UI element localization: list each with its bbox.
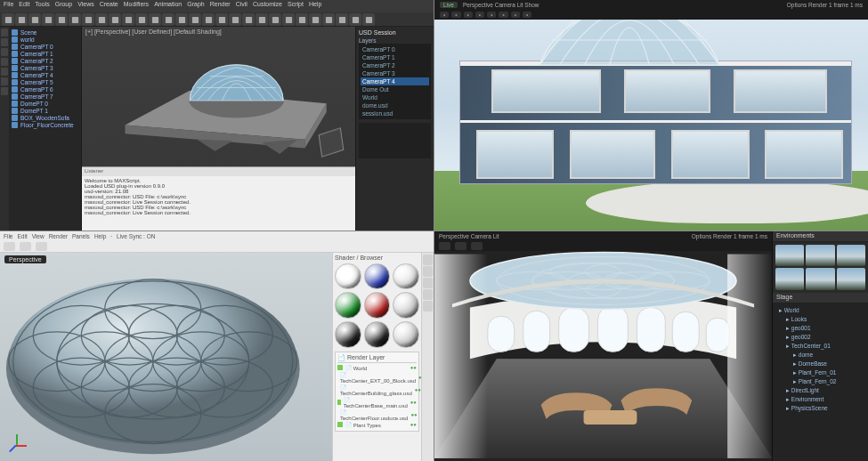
menu-item[interactable]: Script	[288, 1, 304, 12]
layer-row[interactable]: 📄 World●●	[337, 365, 417, 371]
env-thumb[interactable]	[806, 268, 834, 290]
tree-node[interactable]: ▸ Plant_Fern_02	[775, 377, 865, 386]
outliner-item[interactable]: CameraPT 3	[12, 65, 78, 71]
outliner-item[interactable]: world	[12, 36, 78, 43]
menu-item[interactable]: Views	[77, 1, 94, 12]
viewport-3d[interactable]	[82, 27, 355, 166]
toolbar-button[interactable]	[175, 13, 188, 26]
tree-node[interactable]: ▸ PhysicsScene	[775, 404, 865, 413]
layer-item[interactable]: CameraPT 1	[361, 53, 429, 61]
layer-item[interactable]: session.usd	[361, 109, 429, 117]
outliner-item[interactable]: CameraPT 6	[12, 86, 78, 93]
tool-button[interactable]	[423, 255, 433, 265]
material-swatch[interactable]	[364, 321, 391, 348]
toolbar-button[interactable]: •	[487, 12, 496, 18]
menu-item[interactable]: Help	[309, 1, 321, 12]
tool-button[interactable]	[423, 266, 433, 277]
outliner-item[interactable]: CameraPT 5	[12, 79, 78, 85]
viewport-exterior[interactable]	[434, 20, 868, 230]
outliner-item[interactable]: DomePT 0	[12, 101, 78, 107]
tool-button[interactable]	[1, 28, 8, 36]
menu-item[interactable]: Graph	[187, 1, 204, 12]
session-layer-list[interactable]: CameraPT 0CameraPT 1CameraPT 2CameraPT 3…	[359, 44, 431, 119]
toolbar-button[interactable]	[189, 13, 201, 26]
env-thumb[interactable]	[806, 245, 834, 267]
tool-button[interactable]	[1, 38, 8, 46]
toolbar-button[interactable]	[95, 13, 108, 26]
tool-button[interactable]	[1, 48, 8, 56]
env-thumb[interactable]	[775, 268, 804, 290]
tool-button[interactable]	[1, 58, 8, 66]
toolbar-button[interactable]: •	[451, 12, 460, 18]
env-thumb[interactable]	[837, 245, 865, 267]
tool-button[interactable]	[1, 68, 8, 76]
material-swatch[interactable]	[393, 321, 419, 348]
material-swatch[interactable]	[393, 292, 419, 319]
menu-item[interactable]: Customize	[253, 1, 282, 12]
toolbar-button[interactable]	[162, 13, 174, 26]
toolbar-button[interactable]	[455, 242, 466, 250]
render-layer-panel[interactable]: 📄 Render Layer 📄 World●●📄 TechCenter_EXT…	[335, 352, 419, 432]
command-panel[interactable]: USD Session Layers CameraPT 0CameraPT 1C…	[355, 27, 434, 230]
tool-button[interactable]	[423, 278, 433, 288]
menu-item[interactable]: File	[4, 233, 12, 239]
toolbar-button[interactable]	[82, 13, 94, 26]
menu-item[interactable]: Render	[49, 233, 68, 239]
layer-row[interactable]: 📄 TechCenter_EXT_00_Block.usd●●	[337, 372, 417, 384]
toolbar-button[interactable]	[42, 13, 54, 26]
toolbar-button[interactable]	[109, 13, 121, 26]
toolbar-button[interactable]: •	[511, 12, 520, 18]
maxscript-listener[interactable]: Listener Welcome to MAXScript.Loaded USD…	[82, 166, 355, 230]
env-thumb[interactable]	[775, 245, 804, 267]
toolbar-button[interactable]	[69, 13, 81, 26]
outliner-item[interactable]: CameraPT 1	[12, 51, 78, 57]
layer-item[interactable]: CameraPT 3	[361, 69, 429, 77]
viewport-perspective[interactable]: Perspective	[0, 253, 332, 462]
env-thumb[interactable]	[837, 268, 865, 290]
view-cube[interactable]	[312, 124, 350, 160]
menu-item[interactable]: Animation	[154, 1, 182, 12]
menu-item[interactable]: Civil	[236, 1, 247, 12]
tool-button[interactable]	[423, 289, 433, 300]
menu-item[interactable]: Live Sync : ON	[117, 233, 155, 239]
toolbar-button[interactable]: •	[464, 12, 473, 18]
outliner-item[interactable]: BOX_WoodenSofa	[12, 115, 78, 121]
toolbar-button[interactable]	[439, 242, 450, 250]
layer-item[interactable]: dome.usd	[361, 101, 429, 109]
toolbar-button[interactable]: •	[475, 12, 484, 18]
menu-item[interactable]: View	[32, 233, 45, 239]
toolbar-button[interactable]: •	[523, 12, 531, 18]
toolbar-button[interactable]	[2, 13, 14, 26]
menu-item[interactable]: Render	[210, 1, 231, 12]
scene-outliner[interactable]: SceneworldCameraPT 0CameraPT 1CameraPT 2…	[9, 27, 82, 230]
menu-item[interactable]: Panels	[72, 233, 90, 239]
toolbar-button[interactable]	[282, 13, 295, 26]
material-swatch[interactable]	[393, 263, 419, 290]
menu-item[interactable]: Modifiers	[124, 1, 149, 12]
viewport-label[interactable]: [+] [Perspective] [User Defined] [Defaul…	[85, 28, 222, 35]
outliner-item[interactable]: Scene	[12, 29, 78, 36]
toolbar-button[interactable]	[149, 13, 161, 26]
outliner-item[interactable]: CameraPT 4	[12, 72, 78, 78]
toolbar-button[interactable]	[20, 242, 31, 251]
layer-row[interactable]: 📄 TechCenterFloor.usduce.usd●●	[337, 409, 417, 421]
toolbar-button[interactable]	[15, 13, 28, 26]
menu-item[interactable]: Edit	[19, 1, 29, 12]
layer-item[interactable]: CameraPT 0	[361, 45, 429, 53]
tree-node[interactable]: ▸ Environment	[775, 395, 865, 404]
menu-item[interactable]: Edit	[17, 233, 27, 239]
toolbar-button[interactable]: •	[499, 12, 507, 18]
tool-button[interactable]	[423, 301, 433, 311]
tree-node[interactable]: ▸ Looks	[775, 315, 865, 324]
toolbar-button[interactable]	[4, 242, 15, 251]
toolbar-button[interactable]	[269, 13, 281, 26]
toolbar-button[interactable]	[55, 13, 68, 26]
toolbar-button[interactable]	[122, 13, 134, 26]
outliner-item[interactable]: CameraPT 7	[12, 93, 78, 100]
viewport-interior[interactable]	[434, 251, 772, 462]
toolbar-button[interactable]	[215, 13, 228, 26]
toolbar-button[interactable]	[36, 242, 47, 251]
menu-item[interactable]: ·	[110, 233, 112, 239]
tree-node[interactable]: ▸ dome	[775, 351, 865, 360]
material-swatch[interactable]	[364, 263, 391, 290]
